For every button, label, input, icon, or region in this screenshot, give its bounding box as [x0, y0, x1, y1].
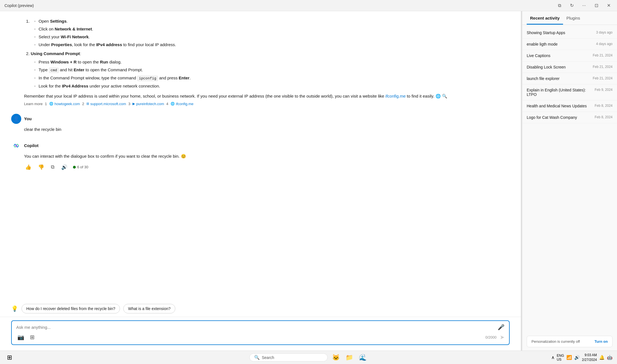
- suggestion-help-icon: 💡: [11, 305, 18, 312]
- activity-title: Logo for Cat Wash Company: [527, 115, 592, 120]
- user-label: You: [24, 116, 32, 121]
- activity-list: Showing Startup Apps 3 days ago enable l…: [522, 25, 617, 332]
- user-avatar-icon: 👤: [13, 116, 19, 122]
- chevron-up-icon[interactable]: ∧: [551, 355, 555, 360]
- personalization-text: Personalization is currently off: [531, 339, 580, 344]
- start-button[interactable]: ⊞: [4, 353, 15, 363]
- thumbs-up-button[interactable]: 👍: [24, 163, 32, 171]
- notification-icon[interactable]: 🔔: [599, 355, 605, 360]
- grid-scan-button[interactable]: ⊞: [29, 333, 36, 342]
- user-message-block: 👤 You clear the recycle bin: [11, 114, 510, 133]
- activity-date: Feb 9, 2024: [595, 88, 613, 92]
- split-view-button[interactable]: ⊡: [592, 2, 600, 10]
- camera-scan-button[interactable]: 📷: [16, 333, 25, 342]
- tab-plugins[interactable]: Plugins: [563, 11, 583, 25]
- main-area: Open Settings. Click on Network & Intern…: [0, 11, 617, 351]
- suggestion-button-2[interactable]: What is a file extension?: [123, 304, 175, 313]
- user-avatar: 👤: [11, 114, 21, 124]
- learn-more-label: Learn more: [24, 102, 42, 106]
- green-dot-icon: [73, 166, 76, 169]
- activity-date: Feb 8, 2024: [595, 104, 613, 108]
- activity-item[interactable]: launch file explorer Feb 21, 2024: [522, 73, 617, 84]
- thumbs-down-button[interactable]: 👎: [37, 163, 45, 171]
- title-bar-controls: ⧉ ↻ ··· ⊡ ✕: [555, 2, 613, 10]
- send-button[interactable]: ➤: [500, 334, 505, 341]
- activity-title: Health and Medical News Updates: [527, 104, 592, 108]
- learn-more-link-4[interactable]: 🌐 ifconfig.me: [171, 102, 193, 106]
- input-area: 🎤 📷 ⊞ 0/2000 ➤: [0, 317, 521, 351]
- system-time: 9:03 AM 2/27/2024: [582, 353, 597, 362]
- taskbar-center: 🔍 Search 🐱 📁 🌊: [249, 353, 368, 363]
- search-icon: 🔍: [254, 355, 260, 360]
- close-button[interactable]: ✕: [605, 2, 613, 10]
- activity-date: Feb 21, 2024: [593, 65, 613, 69]
- activity-item[interactable]: Disabling Lock Screen Feb 21, 2024: [522, 62, 617, 73]
- activity-date: Feb 8, 2024: [595, 115, 613, 119]
- user-message-content: clear the recycle bin: [24, 126, 510, 133]
- activity-title: Disabling Lock Screen: [527, 65, 590, 69]
- activity-item[interactable]: Logo for Cat Wash Company Feb 8, 2024: [522, 112, 617, 123]
- taskbar-search-bar[interactable]: 🔍 Search: [249, 353, 328, 361]
- activity-title: Explain in English (United States): LTPO: [527, 88, 592, 97]
- svg-point-1: [15, 145, 17, 146]
- tab-recent-activity[interactable]: Recent activity: [527, 11, 563, 25]
- network-icon[interactable]: 📶: [566, 355, 572, 360]
- activity-title: launch file explorer: [527, 76, 590, 81]
- ifconfig-link[interactable]: ifconfig.me: [386, 94, 406, 98]
- response-counter: 6 of 30: [73, 165, 88, 169]
- taskbar-right: ∧ ENG US 📶 🔊 9:03 AM 2/27/2024 🔔 🤖: [551, 353, 613, 362]
- taskbar-app-edge[interactable]: 🌊: [358, 353, 368, 363]
- right-panel-tabs: Recent activity Plugins: [522, 11, 617, 25]
- copilot-ip-message: Open Settings. Click on Network & Intern…: [11, 18, 510, 106]
- language-indicator: ENG US: [557, 354, 564, 361]
- title-bar: Copilot (preview) ⧉ ↻ ··· ⊡ ✕: [0, 0, 617, 11]
- learn-more-link-2[interactable]: ⊞ support.microsoft.com: [86, 102, 126, 106]
- chat-input[interactable]: [16, 325, 498, 330]
- ip-message-content: Open Settings. Click on Network & Intern…: [24, 18, 510, 100]
- refresh-button[interactable]: ↻: [568, 2, 576, 10]
- panel-divider[interactable]: [521, 11, 522, 351]
- activity-item[interactable]: Explain in English (United States): LTPO…: [522, 84, 617, 100]
- microphone-button[interactable]: 🎤: [498, 324, 505, 330]
- speaker-button[interactable]: 🔊: [60, 163, 68, 171]
- suggestions-area: 💡 How do I recover deleted files from th…: [0, 301, 521, 317]
- copilot-taskbar-icon[interactable]: 🤖: [607, 355, 613, 360]
- activity-date: 4 days ago: [596, 42, 613, 46]
- turn-on-button[interactable]: Turn on: [595, 339, 608, 344]
- external-link-button[interactable]: ⧉: [555, 2, 563, 10]
- activity-date: 3 days ago: [596, 30, 613, 34]
- activity-item[interactable]: enable ligth mode 4 days ago: [522, 39, 617, 50]
- more-button[interactable]: ···: [580, 2, 588, 10]
- chat-panel: Open Settings. Click on Network & Intern…: [0, 11, 521, 351]
- taskbar-app-cat[interactable]: 🐱: [331, 353, 341, 363]
- activity-date: Feb 21, 2024: [593, 53, 613, 57]
- input-row: 🎤: [16, 324, 505, 330]
- activity-title: Live Captions: [527, 53, 590, 58]
- suggestion-button-1[interactable]: How do I recover deleted files from the …: [22, 304, 120, 313]
- volume-icon[interactable]: 🔊: [574, 355, 580, 360]
- taskbar-left: ⊞: [4, 353, 15, 363]
- personalization-banner: Personalization is currently off Turn on: [527, 336, 613, 347]
- input-toolbar: 📷 ⊞ 0/2000 ➤: [16, 333, 505, 342]
- activity-title: Showing Startup Apps: [527, 30, 594, 35]
- counter-value: 6 of 30: [77, 165, 88, 169]
- learn-more-link-1[interactable]: 🌐 howtogeek.com: [49, 102, 80, 106]
- user-message-header: 👤 You: [11, 114, 510, 124]
- activity-item[interactable]: Showing Startup Apps 3 days ago: [522, 27, 617, 39]
- activity-item[interactable]: Live Captions Feb 21, 2024: [522, 50, 617, 62]
- copilot-label: Copilot: [24, 143, 39, 148]
- toolbar-right: 0/2000 ➤: [485, 334, 505, 341]
- copilot-recycle-content: You can interact with the dialogue box t…: [24, 153, 510, 160]
- taskbar-app-files[interactable]: 📁: [344, 353, 354, 363]
- window-title: Copilot (preview): [4, 3, 34, 8]
- learn-more: Learn more 1 🌐 howtogeek.com 2 ⊞ support…: [24, 102, 510, 106]
- right-panel: Recent activity Plugins Showing Startup …: [522, 11, 617, 351]
- activity-item[interactable]: Health and Medical News Updates Feb 8, 2…: [522, 100, 617, 112]
- activity-title: enable ligth mode: [527, 42, 594, 46]
- copy-button[interactable]: ⧉: [50, 163, 56, 171]
- activity-date: Feb 21, 2024: [593, 76, 613, 80]
- copilot-recycle-message: Copilot You can interact with the dialog…: [11, 141, 510, 171]
- message-actions: 👍 👎 ⧉ 🔊 6 of 30: [24, 163, 510, 171]
- char-counter: 0/2000: [485, 335, 497, 339]
- learn-more-link-3[interactable]: ▶ pureinfotech.com: [133, 102, 164, 106]
